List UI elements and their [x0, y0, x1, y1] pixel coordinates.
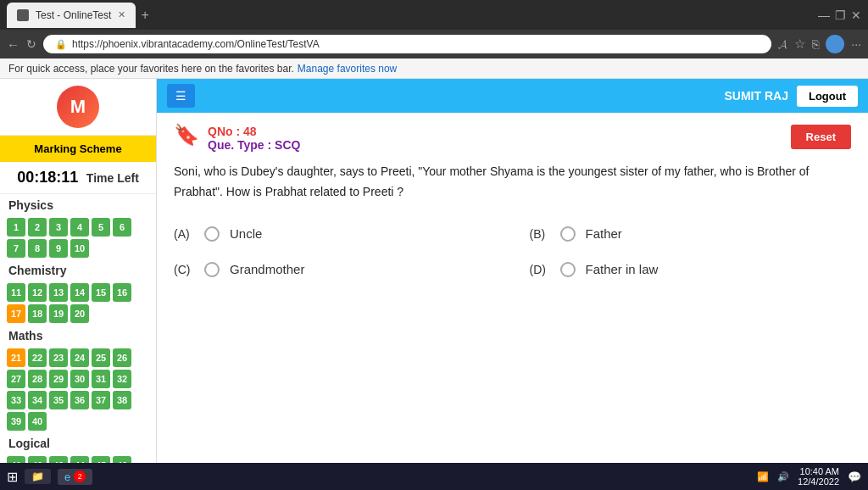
- address-bar[interactable]: 🔒 https://phoenix.vibrantacademy.com/Onl…: [43, 35, 771, 53]
- num-btn[interactable]: 14: [70, 283, 89, 302]
- option-a-radio[interactable]: [204, 226, 220, 242]
- num-btn[interactable]: 46: [113, 456, 131, 463]
- num-btn[interactable]: 1: [7, 218, 25, 237]
- option-c-text[interactable]: Grandmother: [230, 262, 304, 276]
- num-btn[interactable]: 44: [70, 456, 89, 463]
- option-b-radio[interactable]: [560, 226, 576, 242]
- num-btn[interactable]: 21: [7, 348, 25, 367]
- num-btn[interactable]: 15: [92, 283, 110, 302]
- timer-display: 00:18:11: [17, 169, 78, 186]
- profile-circle[interactable]: [826, 35, 844, 53]
- num-btn[interactable]: 43: [49, 456, 68, 463]
- logout-button[interactable]: Logout: [797, 86, 858, 107]
- taskbar-date: 12/4/2022: [798, 476, 839, 487]
- num-btn[interactable]: 30: [70, 370, 89, 388]
- minimize-icon[interactable]: —: [818, 8, 830, 22]
- num-btn[interactable]: 6: [113, 218, 131, 237]
- num-btn[interactable]: 25: [92, 348, 110, 367]
- tab-close-icon[interactable]: ✕: [118, 9, 125, 20]
- num-btn[interactable]: 26: [113, 348, 131, 367]
- question-type: Que. Type : SCQ: [208, 138, 300, 152]
- logo-circle: M: [57, 86, 99, 128]
- num-btn[interactable]: 27: [7, 370, 25, 388]
- num-btn[interactable]: 16: [113, 283, 131, 302]
- close-icon[interactable]: ✕: [851, 8, 861, 22]
- new-tab-button[interactable]: +: [141, 8, 148, 23]
- physics-grid: 1 2 3 4 5 6 7 8 9 10: [0, 216, 156, 259]
- nav-right: SUMIT RAJ Logout: [725, 86, 859, 107]
- num-btn[interactable]: 45: [92, 456, 110, 463]
- favorites-hint-text: For quick access, place your favorites h…: [8, 63, 294, 75]
- num-btn[interactable]: 4: [70, 218, 89, 237]
- num-btn[interactable]: 32: [113, 370, 131, 388]
- reset-button[interactable]: Reset: [791, 125, 851, 149]
- num-btn[interactable]: 20: [70, 304, 89, 323]
- num-btn[interactable]: 41: [7, 456, 25, 463]
- num-btn[interactable]: 11: [7, 283, 25, 302]
- num-btn[interactable]: 5: [92, 218, 110, 237]
- num-btn[interactable]: 31: [92, 370, 110, 388]
- sidebar: M Marking Scheme 00:18:11 Time Left Phys…: [0, 79, 157, 463]
- bookmark-icon[interactable]: 🔖: [174, 125, 199, 145]
- option-c-row: (C) Grandmother: [174, 262, 496, 277]
- num-btn[interactable]: 34: [28, 391, 47, 409]
- back-button[interactable]: ←: [7, 37, 19, 52]
- section-physics-label: Physics: [0, 194, 156, 216]
- num-btn[interactable]: 12: [28, 283, 47, 302]
- option-c-radio[interactable]: [204, 262, 220, 277]
- refresh-button[interactable]: ↻: [26, 37, 36, 51]
- username-display: SUMIT RAJ: [725, 89, 788, 103]
- num-btn[interactable]: 28: [28, 370, 47, 388]
- content-area: 🔖 QNo : 48 Que. Type : SCQ Reset Soni, w…: [157, 113, 868, 463]
- maths-grid: 21 22 23 24 25 26 27 28 29 30 31 32 33 3…: [0, 347, 156, 432]
- num-btn[interactable]: 13: [49, 283, 68, 302]
- notification-icon[interactable]: 💬: [848, 471, 861, 483]
- num-btn[interactable]: 3: [49, 218, 68, 237]
- option-b-label: (B): [530, 227, 550, 241]
- top-navigation: ☰ SUMIT RAJ Logout: [157, 79, 868, 113]
- num-btn[interactable]: 23: [49, 348, 68, 367]
- favorites-bar: For quick access, place your favorites h…: [0, 58, 868, 79]
- taskbar: ⊞ 📁 e 2 📶 🔊 10:40 AM 12/4/2022 💬: [0, 463, 868, 490]
- favorites-icon[interactable]: ☆: [794, 36, 805, 52]
- num-btn[interactable]: 24: [70, 348, 89, 367]
- taskbar-app-file-explorer[interactable]: 📁: [25, 469, 51, 484]
- num-btn[interactable]: 42: [28, 456, 47, 463]
- num-btn[interactable]: 39: [7, 412, 25, 431]
- marking-scheme-button[interactable]: Marking Scheme: [0, 136, 156, 162]
- num-btn[interactable]: 10: [70, 239, 89, 258]
- question-text: Soni, who is Dubey's daughter, says to P…: [174, 162, 851, 203]
- option-d-radio[interactable]: [560, 262, 576, 277]
- reader-icon[interactable]: 𝓐: [778, 37, 787, 52]
- manage-favorites-link[interactable]: Manage favorites now: [298, 63, 397, 75]
- num-btn[interactable]: 40: [28, 412, 47, 431]
- num-btn[interactable]: 38: [113, 391, 131, 409]
- browser-tab-active[interactable]: Test - OnlineTest ✕: [7, 3, 136, 28]
- num-btn[interactable]: 33: [7, 391, 25, 409]
- lock-icon: 🔒: [55, 39, 67, 50]
- num-btn[interactable]: 7: [7, 239, 25, 258]
- section-logical-label: Logical: [0, 432, 156, 454]
- num-btn[interactable]: 9: [49, 239, 68, 258]
- more-options-icon[interactable]: ···: [851, 37, 861, 51]
- num-btn[interactable]: 17: [7, 304, 25, 323]
- taskbar-app-edge[interactable]: e 2: [58, 469, 92, 485]
- taskbar-clock: 10:40 AM 12/4/2022: [798, 466, 839, 487]
- option-a-text[interactable]: Uncle: [230, 226, 262, 241]
- hamburger-button[interactable]: ☰: [167, 84, 195, 108]
- option-b-row: (B) Father: [530, 226, 852, 242]
- num-btn[interactable]: 2: [28, 218, 47, 237]
- num-btn[interactable]: 35: [49, 391, 68, 409]
- num-btn[interactable]: 37: [92, 391, 110, 409]
- collections-icon[interactable]: ⎘: [812, 37, 819, 51]
- option-b-text[interactable]: Father: [586, 226, 622, 241]
- restore-icon[interactable]: ❐: [835, 8, 846, 22]
- num-btn[interactable]: 8: [28, 239, 47, 258]
- num-btn[interactable]: 29: [49, 370, 68, 388]
- num-btn[interactable]: 22: [28, 348, 47, 367]
- num-btn[interactable]: 19: [49, 304, 68, 323]
- windows-start-button[interactable]: ⊞: [7, 469, 18, 485]
- num-btn[interactable]: 18: [28, 304, 47, 323]
- option-d-text[interactable]: Father in law: [586, 262, 659, 276]
- num-btn[interactable]: 36: [70, 391, 89, 409]
